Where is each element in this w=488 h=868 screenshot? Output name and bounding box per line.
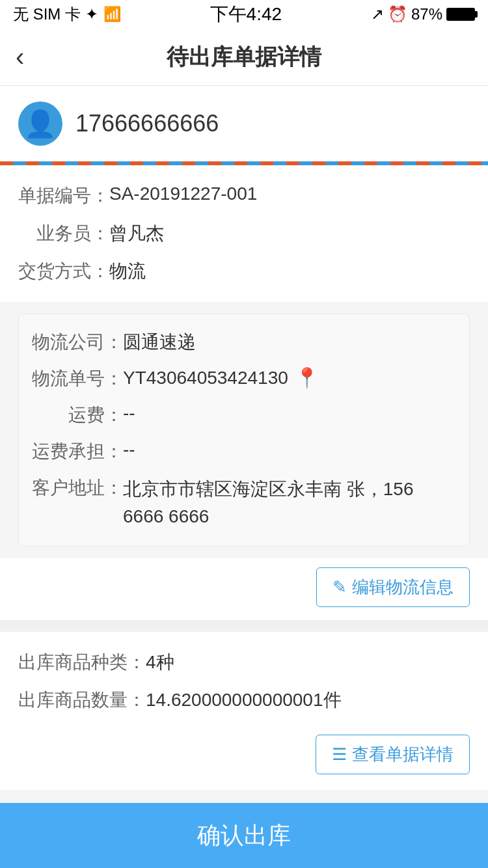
goods-type-value: 4种 [146, 650, 174, 675]
logistics-number-value: YT43064053424130 📍 [123, 366, 456, 389]
delivery-label: 交货方式： [18, 259, 109, 284]
edit-logistics-label: 编辑物流信息 [352, 576, 454, 599]
alarm-icon: ⏰ [388, 5, 407, 23]
nav-bar: ‹ 待出库单据详情 [0, 29, 488, 86]
status-bar: 无 SIM 卡 ✦ 📶 下午4:42 ↗ ⏰ 87% [0, 0, 488, 29]
customer-address-label: 客户地址： [32, 476, 123, 500]
sim-label: 无 SIM 卡 ✦ [13, 4, 98, 25]
phone-header: 👤 17666666666 [0, 86, 488, 161]
location-status-icon: ↗ [371, 5, 384, 23]
goods-section: 出库商品种类： 4种 出库商品数量： 14.620000000000001件 [0, 632, 488, 726]
avatar: 👤 [18, 102, 62, 146]
customer-address-row: 客户地址： 北京市市辖区海淀区永丰南 张，156 6666 6666 [32, 476, 456, 530]
info-row-delivery: 交货方式： 物流 [18, 259, 470, 284]
edit-logistics-button[interactable]: ✎ 编辑物流信息 [316, 567, 470, 607]
confirm-bar[interactable]: 确认出库 [0, 803, 488, 868]
logistics-number-label: 物流单号： [32, 366, 123, 391]
page-title: 待出库单据详情 [167, 42, 321, 72]
back-arrow-icon: ‹ [16, 42, 24, 71]
logistics-number-row: 物流单号： YT43064053424130 📍 [32, 366, 456, 391]
wifi-icon: 📶 [103, 6, 121, 23]
document-icon: ☰ [332, 744, 347, 765]
goods-quantity-row: 出库商品数量： 14.620000000000001件 [18, 688, 470, 712]
confirm-label: 确认出库 [197, 820, 291, 852]
freight-row: 运费： -- [32, 403, 456, 427]
salesperson-label: 业务员： [18, 221, 109, 246]
order-number-label: 单据编号： [18, 183, 109, 208]
freight-bearer-row: 运费承担： -- [32, 439, 456, 464]
phone-number: 17666666666 [75, 110, 219, 137]
person-icon: 👤 [24, 109, 57, 139]
map-pin-icon[interactable]: 📍 [295, 366, 319, 389]
order-number-value: SA-20191227-001 [109, 183, 470, 204]
detail-btn-row: ☰ 查看单据详情 [0, 726, 488, 790]
info-row-salesperson: 业务员： 曾凡杰 [18, 221, 470, 246]
info-section: 单据编号： SA-20191227-001 业务员： 曾凡杰 交货方式： 物流 [0, 165, 488, 302]
logistics-company-row: 物流公司： 圆通速递 [32, 330, 456, 355]
status-time: 下午4:42 [210, 2, 282, 27]
section-divider [0, 620, 488, 632]
edit-btn-row: ✎ 编辑物流信息 [0, 558, 488, 620]
logistics-card: 物流公司： 圆通速递 物流单号： YT43064053424130 📍 运费： … [18, 314, 470, 547]
goods-quantity-value: 14.620000000000001件 [146, 688, 342, 712]
back-button[interactable]: ‹ [16, 42, 24, 72]
status-left: 无 SIM 卡 ✦ 📶 [13, 4, 121, 25]
freight-value: -- [123, 403, 456, 424]
salesperson-value: 曾凡杰 [109, 221, 470, 246]
battery-icon [446, 8, 475, 21]
goods-quantity-label: 出库商品数量： [18, 688, 146, 712]
logistics-company-value: 圆通速递 [123, 330, 456, 355]
logistics-company-label: 物流公司： [32, 330, 123, 355]
battery-percent: 87% [411, 5, 442, 23]
view-detail-button[interactable]: ☰ 查看单据详情 [316, 735, 470, 774]
status-right: ↗ ⏰ 87% [371, 5, 475, 23]
goods-type-label: 出库商品种类： [18, 650, 146, 675]
info-row-order-number: 单据编号： SA-20191227-001 [18, 183, 470, 208]
delivery-value: 物流 [109, 259, 470, 284]
view-detail-label: 查看单据详情 [352, 743, 454, 766]
freight-label: 运费： [32, 403, 123, 427]
edit-icon: ✎ [332, 577, 347, 597]
customer-address-value: 北京市市辖区海淀区永丰南 张，156 6666 6666 [123, 476, 456, 530]
freight-bearer-label: 运费承担： [32, 439, 123, 464]
goods-type-row: 出库商品种类： 4种 [18, 650, 470, 675]
freight-bearer-value: -- [123, 439, 456, 460]
